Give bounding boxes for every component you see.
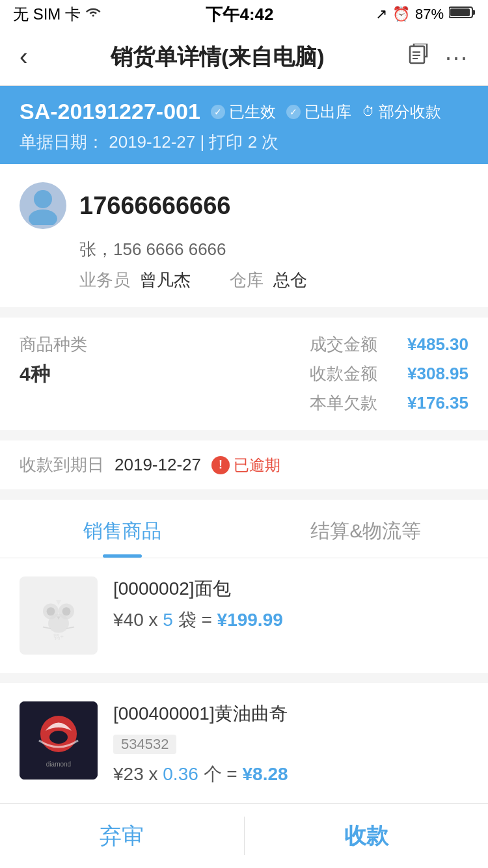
overdue-text: 已逾期	[234, 455, 280, 476]
status-left: 无 SIM 卡	[13, 4, 104, 25]
tab-sales-label: 销售商品	[83, 520, 161, 541]
svg-text:鸮+: 鸮+	[53, 633, 64, 640]
order-id-row: SA-20191227-001 ✓ 已生效 ✓ 已出库 ⏱ 部分收款	[20, 99, 468, 124]
due-date: 2019-12-27	[115, 455, 201, 475]
svg-point-21	[49, 731, 68, 744]
summary-left: 商品种类 4种	[20, 333, 87, 388]
product-item: 鸮+ [0000002]面包 ¥40 x 5 袋 = ¥199.99	[0, 558, 488, 673]
received-value: ¥308.95	[390, 364, 468, 384]
order-header-banner: SA-20191227-001 ✓ 已生效 ✓ 已出库 ⏱ 部分收款 单据日期：…	[0, 86, 488, 164]
unit-2: 个	[204, 764, 222, 784]
battery-label: 87%	[415, 6, 444, 23]
type-label: 商品种类	[20, 333, 87, 356]
banner-date-row: 单据日期： 2019-12-27 | 打印 2 次	[20, 131, 468, 154]
print-separator: | 打印	[200, 132, 247, 152]
cancel-review-button[interactable]: 弃审	[0, 804, 244, 868]
svg-point-7	[34, 190, 52, 208]
back-button[interactable]: ‹	[20, 43, 28, 71]
price-per-unit-2: ¥23	[113, 764, 144, 784]
clock-icon: ⏱	[362, 104, 375, 119]
location-icon: ↗	[375, 6, 387, 23]
export-icon[interactable]	[407, 44, 429, 70]
product-image-2: diamond	[20, 701, 98, 780]
received-label: 收款金额	[310, 362, 377, 385]
customer-section: 17666666666 张，156 6666 6666 业务员 曾凡杰 仓库 总…	[0, 164, 488, 307]
customer-meta-row: 业务员 曾凡杰 仓库 总仓	[79, 269, 468, 292]
quantity-2: 0.36	[163, 764, 198, 784]
svg-rect-1	[472, 10, 475, 15]
status-shipped: ✓ 已出库	[286, 102, 351, 122]
owe-value: ¥176.35	[390, 393, 468, 413]
customer-name-phone: 张，156 6666 6666	[79, 238, 468, 261]
svg-point-12	[62, 607, 71, 616]
status-time: 下午4:42	[206, 3, 273, 26]
collect-label: 收款	[344, 821, 388, 851]
sim-label: 无 SIM 卡	[13, 4, 81, 25]
date-label: 单据日期：	[20, 132, 104, 152]
status-effected: ✓ 已生效	[211, 102, 276, 122]
owe-label: 本单欠款	[310, 392, 377, 414]
print-count: 2	[248, 132, 257, 152]
quantity: 5	[163, 610, 173, 630]
svg-rect-2	[450, 8, 470, 16]
overdue-icon: !	[211, 456, 230, 474]
battery-icon	[449, 6, 475, 23]
warehouse-name: 总仓	[273, 270, 307, 290]
check-icon-2: ✓	[286, 105, 301, 119]
warehouse-info: 仓库 总仓	[230, 269, 307, 292]
staff-name: 曾凡杰	[140, 270, 191, 290]
status-partial-payment: ⏱ 部分收款	[362, 102, 441, 122]
product-item: diamond [000400001]黄油曲奇 534532 ¥23 x 0.3…	[0, 683, 488, 805]
tab-sales-product[interactable]: 销售商品	[0, 500, 244, 558]
summary-section: 商品种类 4种 成交金额 ¥485.30 收款金额 ¥308.95 本单欠款 ¥…	[0, 318, 488, 430]
product-tag: 534532	[113, 735, 176, 754]
owe-row: 本单欠款 ¥176.35	[310, 392, 468, 414]
svg-point-11	[47, 607, 55, 616]
bottom-action-bar: 弃审 收款	[0, 803, 488, 868]
warehouse-label: 仓库	[230, 270, 264, 290]
more-icon[interactable]: ···	[445, 44, 468, 71]
overdue-badge: ! 已逾期	[211, 455, 280, 476]
product-owl-icon: 鸮+	[33, 590, 85, 642]
print-suffix: 次	[262, 132, 278, 152]
tab-active-indicator	[103, 554, 142, 558]
price-x-2: x	[149, 764, 163, 784]
collect-payment-button[interactable]: 收款	[245, 804, 489, 868]
nav-bar: ‹ 销货单详情(来自电脑) ···	[0, 29, 488, 86]
product-price-row-2: ¥23 x 0.36 个 = ¥8.28	[113, 762, 468, 787]
unit: 袋	[178, 610, 197, 630]
svg-marker-14	[56, 600, 61, 605]
avatar-icon	[20, 182, 66, 229]
nav-actions: ···	[407, 44, 468, 71]
due-section: 收款到期日 2019-12-27 ! 已逾期	[0, 441, 488, 489]
product-name: [0000002]面包	[113, 576, 468, 601]
product-name-2: [000400001]黄油曲奇	[113, 701, 468, 726]
total-price: ¥199.99	[217, 610, 283, 630]
product-tabs: 销售商品 结算&物流等	[0, 500, 488, 558]
check-icon-1: ✓	[211, 105, 225, 119]
amount-row: 成交金额 ¥485.30	[310, 333, 468, 356]
staff-info: 业务员 曾凡杰	[79, 269, 191, 292]
svg-point-8	[29, 210, 57, 225]
tab-settlement[interactable]: 结算&物流等	[244, 500, 488, 558]
product-thumbnail: 鸮+	[20, 576, 98, 655]
customer-phone: 17666666666	[79, 192, 230, 220]
page-title: 销货单详情(来自电脑)	[111, 42, 325, 72]
wifi-icon	[86, 5, 104, 23]
amount-label: 成交金额	[310, 333, 377, 356]
equals-2: =	[226, 764, 242, 784]
product-thumbnail-2: diamond	[20, 701, 98, 780]
price-per-unit: ¥40	[113, 610, 144, 630]
product-price-row: ¥40 x 5 袋 = ¥199.99	[113, 608, 468, 632]
alarm-icon: ⏰	[392, 6, 410, 23]
total-price-2: ¥8.28	[242, 764, 288, 784]
product-details: [0000002]面包 ¥40 x 5 袋 = ¥199.99	[113, 576, 468, 632]
received-row: 收款金额 ¥308.95	[310, 362, 468, 385]
tab-settlement-label: 结算&物流等	[310, 520, 421, 541]
cancel-label: 弃审	[100, 821, 144, 851]
customer-avatar	[20, 182, 66, 229]
equals: =	[201, 610, 217, 630]
status-bar: 无 SIM 卡 下午4:42 ↗ ⏰ 87%	[0, 0, 488, 29]
staff-label: 业务员	[79, 270, 130, 290]
order-id: SA-20191227-001	[20, 99, 200, 124]
